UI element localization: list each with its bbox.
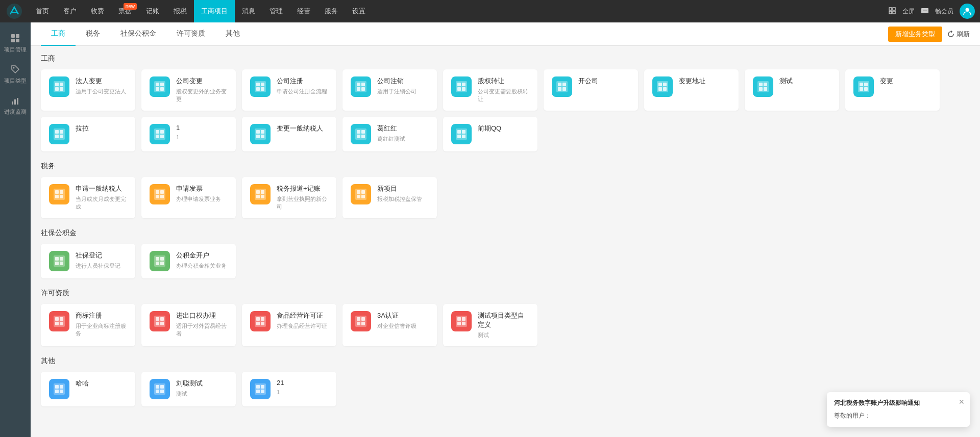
tab-xuke[interactable]: 许可资质 [166,22,215,46]
sidebar-item-project-management[interactable]: 项目管理 [0,28,31,59]
card-gongshang-1[interactable]: 公司变更股权变更外的业务变更 [141,69,236,111]
card-icon [49,251,69,271]
card-gongshang-4[interactable]: 股权转让公司变更需要股权转让 [443,69,537,111]
card-shuiwu-3[interactable]: 新项目报税加税控盘保管 [342,177,437,218]
card-qita-1[interactable]: 刘聪测试测试 [141,372,236,406]
card-desc: 1 [277,389,328,396]
svg-rect-128 [261,317,264,321]
svg-rect-108 [60,257,63,261]
card-qita-0[interactable]: 哈哈 [41,372,135,406]
svg-rect-59 [860,87,863,91]
nav-operations[interactable]: 经营 [290,0,317,22]
svg-rect-123 [160,317,164,321]
svg-rect-37 [457,83,461,86]
card-name: 哈哈 [76,379,127,388]
svg-rect-155 [261,390,264,393]
nav-billing[interactable]: 收费 [84,0,111,22]
member-label[interactable]: 畅会员 [935,7,953,16]
card-xuke-0[interactable]: 商标注册用于企业商标注册服务 [41,304,135,346]
svg-rect-102 [357,190,360,194]
card-gongshang-13[interactable]: 前期QQ [443,117,537,151]
nav-management[interactable]: 管理 [262,0,290,22]
sidebar-item-progress[interactable]: 进度监测 [0,90,31,121]
sidebar-item-project-type[interactable]: 项目类型 [0,59,31,90]
svg-rect-142 [55,385,59,389]
card-shuiwu-2[interactable]: 税务报道+记账拿到营业执照的新公司 [242,177,336,218]
card-gongshang-11[interactable]: 变更一般纳税人 [242,117,336,151]
refresh-button[interactable]: 刷新 [947,30,970,39]
nav-tickets[interactable]: 票据 new [111,0,139,22]
card-icon [853,76,874,97]
card-desc: 办理食品经营许可证 [277,322,328,330]
card-xuke-4[interactable]: 测试项目类型自定义测试 [443,304,537,346]
svg-rect-124 [156,322,159,325]
svg-rect-28 [261,83,264,86]
svg-rect-109 [55,262,59,265]
card-desc: 测试 [478,331,529,339]
card-shuiwu-1[interactable]: 申请发票办理申请发票业务 [141,177,236,218]
card-gongshang-7[interactable]: 测试 [745,69,839,111]
svg-rect-70 [160,135,164,138]
nav-messages[interactable]: 消息 [235,0,262,22]
tab-shebao[interactable]: 社保公积金 [110,22,166,46]
svg-rect-29 [256,87,260,91]
svg-rect-93 [160,190,164,194]
nav-settings[interactable]: 设置 [345,0,373,22]
xuke-title: 许可资质 [41,289,970,298]
user-avatar[interactable] [960,4,975,19]
card-name: 测试项目类型自定义 [478,311,529,329]
card-gongshang-9[interactable]: 拉拉 [41,117,135,151]
nav-tax[interactable]: 报税 [166,0,194,22]
svg-rect-144 [55,390,59,393]
svg-rect-154 [256,390,260,393]
tab-shuiwu[interactable]: 税务 [76,22,110,46]
card-icon [150,379,170,399]
app-logo[interactable] [5,2,23,20]
fullscreen-label[interactable]: 全屏 [902,7,915,16]
tab-qita[interactable]: 其他 [215,22,250,46]
card-gongshang-10[interactable]: 11 [141,117,236,151]
svg-rect-140 [462,322,465,325]
card-xuke-1[interactable]: 进出口权办理适用于对外贸易经营者 [141,304,236,346]
nav-service[interactable]: 服务 [317,0,345,22]
card-shuiwu-0[interactable]: 申请一般纳税人当月或次月成变更完成 [41,177,135,218]
card-icon [451,76,472,97]
nav-customers[interactable]: 客户 [56,0,84,22]
tab-gongshang[interactable]: 工商 [41,22,76,46]
card-gongshang-6[interactable]: 变更地址 [644,69,739,111]
card-shebao-1[interactable]: 公积金开户办理公积金相关业务 [141,244,236,278]
card-name: 社保登记 [76,251,127,260]
card-shebao-0[interactable]: 社保登记进行人员社保登记 [41,244,135,278]
svg-rect-79 [357,135,360,138]
card-gongshang-3[interactable]: 公司注销适用于注销公司 [342,69,437,111]
svg-rect-4 [893,11,895,14]
svg-rect-149 [156,390,159,393]
svg-rect-62 [55,130,59,134]
svg-rect-18 [60,83,63,86]
card-gongshang-8[interactable]: 变更 [845,69,940,111]
card-icon [150,124,170,144]
svg-rect-24 [156,87,159,91]
card-gongshang-0[interactable]: 法人变更适用于公司变更法人 [41,69,135,111]
card-gongshang-12[interactable]: 葛红红葛红红测试 [342,117,437,151]
card-name: 申请一般纳税人 [76,184,127,193]
svg-rect-22 [156,83,159,86]
top-navigation: 首页 客户 收费 票据 new 记账 报税 工商项目 消息 管理 经营 服务 设… [0,0,980,22]
nav-bookkeeping[interactable]: 记账 [139,0,166,22]
card-gongshang-2[interactable]: 公司注册申请公司注册全流程 [242,69,336,111]
card-name: 进出口权办理 [176,311,228,320]
fullscreen-btn[interactable] [888,7,896,16]
nav-home[interactable]: 首页 [29,0,56,22]
svg-rect-103 [361,190,365,194]
card-xuke-3[interactable]: 3A认证对企业信誉评级 [342,304,437,346]
svg-rect-145 [60,390,63,393]
svg-rect-8 [11,34,15,38]
new-type-button[interactable]: 新增业务类型 [888,27,942,42]
card-qita-2[interactable]: 211 [242,372,336,406]
card-gongshang-5[interactable]: 开公司 [544,69,638,111]
card-xuke-2[interactable]: 食品经营许可证办理食品经营许可证 [242,304,336,346]
svg-rect-25 [160,87,164,91]
notification-close[interactable]: ✕ [959,396,965,407]
card-icon [250,379,271,399]
nav-business[interactable]: 工商项目 [194,0,235,22]
